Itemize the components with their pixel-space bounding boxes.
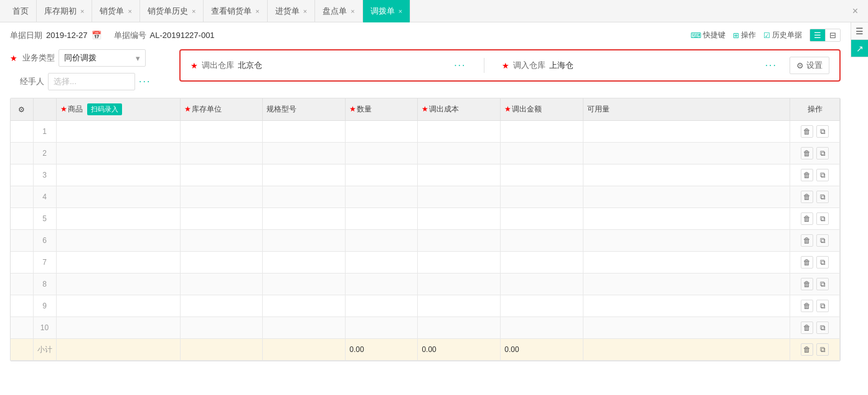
view-grid-button[interactable]: ⊟	[826, 29, 840, 41]
row-qty-6[interactable]	[346, 230, 418, 252]
row-spec-8[interactable]	[263, 274, 346, 295]
delete-icon-9[interactable]: 🗑	[801, 300, 813, 312]
shortcuts-button[interactable]: ⌨ 快捷键	[691, 30, 725, 40]
row-qty-3[interactable]	[346, 164, 418, 186]
row-amount-2[interactable]	[501, 143, 583, 164]
row-qty-10[interactable]	[346, 317, 418, 339]
row-amount-10[interactable]	[501, 317, 583, 339]
delete-icon-2[interactable]: 🗑	[801, 147, 813, 159]
history-button[interactable]: ☑ 历史单据	[763, 30, 802, 40]
row-cost-11[interactable]: 0.00	[418, 339, 501, 361]
row-unit-9[interactable]	[180, 295, 263, 317]
copy-icon-9[interactable]: ⧉	[816, 300, 829, 312]
tab-close-view-sales[interactable]: ×	[255, 7, 259, 15]
row-unit-2[interactable]	[180, 143, 263, 164]
warehouse-out-more-icon[interactable]: ···	[454, 60, 466, 71]
row-unit-5[interactable]	[180, 208, 263, 230]
row-product-6[interactable]	[56, 230, 180, 252]
row-product-3[interactable]	[56, 164, 180, 186]
row-qty-5[interactable]	[346, 208, 418, 230]
settings-button[interactable]: ⚙ 设置	[790, 57, 829, 74]
row-cost-2[interactable]	[418, 143, 501, 164]
row-spec-5[interactable]	[263, 208, 346, 230]
row-qty-1[interactable]	[346, 121, 418, 143]
copy-icon-1[interactable]: ⧉	[816, 125, 829, 138]
row-amount-9[interactable]	[501, 295, 583, 317]
tab-close-inventory-init[interactable]: ×	[80, 7, 84, 15]
copy-icon-10[interactable]: ⧉	[816, 321, 829, 334]
row-cost-10[interactable]	[418, 317, 501, 339]
row-cost-9[interactable]	[418, 295, 501, 317]
row-unit-10[interactable]	[180, 317, 263, 339]
calendar-icon[interactable]: 📅	[92, 31, 101, 40]
tab-stocktake[interactable]: 盘点单 ×	[315, 0, 362, 22]
row-spec-3[interactable]	[263, 164, 346, 186]
row-unit-1[interactable]	[180, 121, 263, 143]
row-spec-2[interactable]	[263, 143, 346, 164]
row-spec-6[interactable]	[263, 230, 346, 252]
row-spec-4[interactable]	[263, 186, 346, 208]
delete-icon-11[interactable]: 🗑	[801, 343, 813, 356]
col-gear[interactable]: ⚙	[11, 98, 33, 121]
delete-icon-3[interactable]: 🗑	[801, 169, 813, 181]
row-spec-11[interactable]	[263, 339, 346, 361]
delete-icon-7[interactable]: 🗑	[801, 256, 813, 269]
row-cost-7[interactable]	[418, 252, 501, 274]
row-spec-9[interactable]	[263, 295, 346, 317]
row-unit-3[interactable]	[180, 164, 263, 186]
tab-close-stocktake[interactable]: ×	[351, 7, 354, 15]
row-amount-1[interactable]	[501, 121, 583, 143]
row-product-11[interactable]	[56, 339, 180, 361]
row-spec-1[interactable]	[263, 121, 346, 143]
row-product-9[interactable]	[56, 295, 180, 317]
row-amount-8[interactable]	[501, 274, 583, 295]
row-cost-1[interactable]	[418, 121, 501, 143]
tab-inventory-init[interactable]: 库存期初 ×	[37, 0, 92, 22]
row-cost-4[interactable]	[418, 186, 501, 208]
row-product-1[interactable]	[56, 121, 180, 143]
tab-close-sales-history[interactable]: ×	[192, 7, 196, 15]
delete-icon-10[interactable]: 🗑	[801, 321, 813, 334]
delete-icon-5[interactable]: 🗑	[801, 212, 813, 225]
row-cost-8[interactable]	[418, 274, 501, 295]
copy-icon-6[interactable]: ⧉	[816, 234, 829, 247]
row-unit-11[interactable]	[180, 339, 263, 361]
row-product-4[interactable]	[56, 186, 180, 208]
row-unit-8[interactable]	[180, 274, 263, 295]
row-product-2[interactable]	[56, 143, 180, 164]
row-unit-4[interactable]	[180, 186, 263, 208]
row-amount-3[interactable]	[501, 164, 583, 186]
person-select[interactable]: 选择...	[48, 73, 135, 90]
row-cost-6[interactable]	[418, 230, 501, 252]
tab-close-sales[interactable]: ×	[128, 7, 131, 15]
row-cost-3[interactable]	[418, 164, 501, 186]
copy-icon-4[interactable]: ⧉	[816, 191, 829, 203]
row-unit-7[interactable]	[180, 252, 263, 274]
copy-icon-5[interactable]: ⧉	[816, 212, 829, 225]
row-qty-11[interactable]: 0.00	[346, 339, 418, 361]
sidebar-expand-icon[interactable]: ↗	[851, 40, 869, 57]
row-product-5[interactable]	[56, 208, 180, 230]
tab-sales[interactable]: 销货单 ×	[92, 0, 139, 22]
warehouse-in-more-icon[interactable]: ···	[765, 60, 777, 71]
row-product-7[interactable]	[56, 252, 180, 274]
scan-button[interactable]: 扫码录入	[87, 103, 122, 115]
tab-close-purchase[interactable]: ×	[303, 7, 307, 15]
copy-icon-7[interactable]: ⧉	[816, 256, 829, 269]
row-qty-8[interactable]	[346, 274, 418, 295]
row-spec-7[interactable]	[263, 252, 346, 274]
tab-view-sales[interactable]: 查看销货单 ×	[204, 0, 267, 22]
view-list-button[interactable]: ☰	[810, 29, 826, 41]
delete-icon-8[interactable]: 🗑	[801, 278, 813, 290]
row-cost-5[interactable]	[418, 208, 501, 230]
close-window-button[interactable]: ×	[847, 6, 863, 17]
row-qty-7[interactable]	[346, 252, 418, 274]
delete-icon-1[interactable]: 🗑	[801, 125, 813, 138]
row-amount-4[interactable]	[501, 186, 583, 208]
biz-type-select[interactable]: 同价调拨 ▾	[59, 49, 146, 67]
row-product-8[interactable]	[56, 274, 180, 295]
delete-icon-6[interactable]: 🗑	[801, 234, 813, 247]
row-spec-10[interactable]	[263, 317, 346, 339]
copy-icon-2[interactable]: ⧉	[816, 147, 829, 159]
row-amount-7[interactable]	[501, 252, 583, 274]
